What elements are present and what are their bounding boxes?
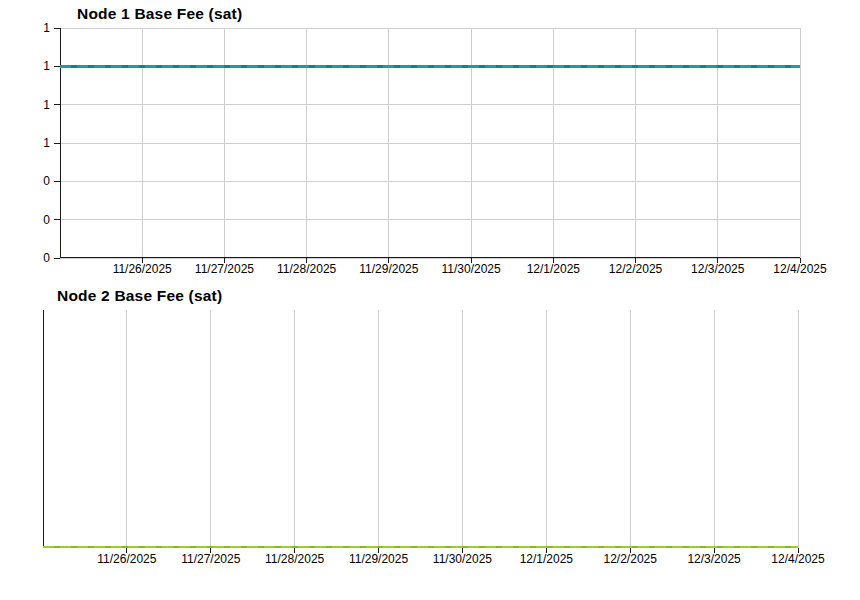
x-gridline — [294, 310, 295, 548]
x-gridline — [635, 28, 636, 258]
x-axis-tick — [553, 258, 554, 263]
x-gridline — [630, 310, 631, 548]
x-tick-label: 12/3/2025 — [672, 552, 756, 566]
y-gridline — [60, 28, 800, 29]
x-axis-tick — [471, 258, 472, 263]
y-axis-line — [60, 28, 61, 258]
x-gridline — [210, 310, 211, 548]
x-tick-label: 11/27/2025 — [182, 262, 266, 276]
x-gridline — [142, 28, 143, 258]
x-tick-label: 11/27/2025 — [169, 552, 253, 566]
y-tick-label: 1 — [20, 135, 50, 151]
x-axis-tick — [126, 548, 127, 553]
x-gridline — [224, 28, 225, 258]
x-gridline — [800, 28, 801, 258]
y-tick-label: 1 — [20, 58, 50, 74]
node1-plot-area: 111100011/26/202511/27/202511/28/202511/… — [60, 28, 800, 258]
x-gridline — [462, 310, 463, 548]
x-tick-label: 12/1/2025 — [511, 262, 595, 276]
x-axis-tick — [306, 258, 307, 263]
x-gridline — [798, 310, 799, 548]
x-axis-line — [60, 257, 800, 258]
x-axis-tick — [210, 548, 211, 553]
y-tick-label: 1 — [20, 97, 50, 113]
x-tick-label: 11/29/2025 — [347, 262, 431, 276]
node2-plot-area: 11/26/202511/27/202511/28/202511/29/2025… — [43, 310, 798, 548]
x-gridline — [378, 310, 379, 548]
x-gridline — [126, 310, 127, 548]
x-axis-tick — [142, 258, 143, 263]
x-axis-tick — [294, 548, 295, 553]
x-tick-label: 11/28/2025 — [265, 262, 349, 276]
x-tick-label: 12/4/2025 — [756, 552, 840, 566]
x-axis-tick — [798, 548, 799, 553]
x-axis-tick — [630, 548, 631, 553]
x-tick-label: 12/2/2025 — [594, 262, 678, 276]
data-line-node-1-base-fee — [60, 65, 800, 68]
x-axis-tick — [462, 548, 463, 553]
y-tick-label: 0 — [20, 212, 50, 228]
x-gridline — [714, 310, 715, 548]
x-axis-tick — [717, 258, 718, 263]
x-tick-label: 11/28/2025 — [253, 552, 337, 566]
x-tick-label: 11/29/2025 — [337, 552, 421, 566]
x-gridline — [717, 28, 718, 258]
y-tick-label: 0 — [20, 250, 50, 266]
x-tick-label: 12/4/2025 — [758, 262, 842, 276]
x-gridline — [471, 28, 472, 258]
x-tick-label: 11/26/2025 — [100, 262, 184, 276]
y-gridline — [60, 219, 800, 220]
x-axis-tick — [635, 258, 636, 263]
x-gridline — [553, 28, 554, 258]
x-tick-label: 12/2/2025 — [588, 552, 672, 566]
x-axis-tick — [224, 258, 225, 263]
base-fee-charts-page: Node 1 Base Fee (sat) 111100011/26/20251… — [0, 0, 860, 600]
x-tick-label: 11/26/2025 — [85, 552, 169, 566]
y-tick-label: 1 — [20, 20, 50, 36]
x-gridline — [546, 310, 547, 548]
x-gridline — [306, 28, 307, 258]
x-axis-tick — [388, 258, 389, 263]
node1-base-fee-chart: Node 1 Base Fee (sat) 111100011/26/20251… — [0, 0, 860, 280]
data-line-node-2-base-fee — [43, 546, 798, 548]
chart-title-node1: Node 1 Base Fee (sat) — [77, 5, 242, 23]
x-axis-tick — [800, 258, 801, 263]
chart-title-node2: Node 2 Base Fee (sat) — [57, 287, 222, 305]
node2-base-fee-chart: Node 2 Base Fee (sat) 11/26/202511/27/20… — [0, 280, 860, 600]
x-tick-label: 12/3/2025 — [676, 262, 760, 276]
x-axis-tick — [378, 548, 379, 553]
y-gridline — [60, 181, 800, 182]
x-tick-label: 12/1/2025 — [504, 552, 588, 566]
x-axis-tick — [714, 548, 715, 553]
y-gridline — [60, 143, 800, 144]
x-tick-label: 11/30/2025 — [429, 262, 513, 276]
x-axis-tick — [546, 548, 547, 553]
y-axis-line — [43, 310, 44, 548]
x-gridline — [388, 28, 389, 258]
y-tick-label: 0 — [20, 173, 50, 189]
x-tick-label: 11/30/2025 — [420, 552, 504, 566]
y-gridline — [60, 104, 800, 105]
